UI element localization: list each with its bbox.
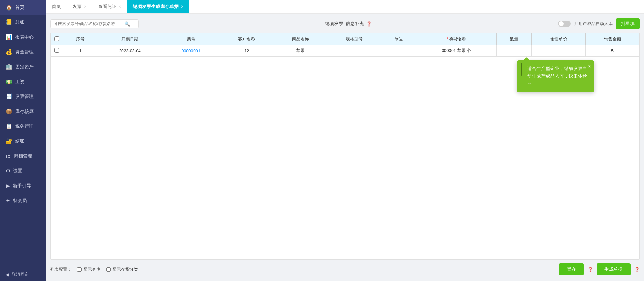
search-icon: 🔍 bbox=[124, 21, 130, 27]
row-checkbox-cell bbox=[51, 45, 63, 57]
show-warehouse-label: 显示仓库 bbox=[84, 266, 100, 273]
show-warehouse-checkbox[interactable]: 显示仓库 bbox=[77, 266, 100, 273]
col-header-date: 开票日期 bbox=[98, 33, 162, 45]
sidebar-item-tax[interactable]: 📋 税务管理 bbox=[0, 119, 46, 134]
row-product: 苹果 bbox=[274, 45, 327, 57]
show-inventory-category-input[interactable] bbox=[106, 267, 111, 272]
tab-invoice-close[interactable]: × bbox=[84, 4, 86, 9]
tab-voucher-label: 查看凭证 bbox=[98, 4, 116, 10]
tab-voucher[interactable]: 查看凭证 × bbox=[92, 0, 127, 13]
tab-sales-inventory[interactable]: 销项发票生成库存单据 × bbox=[127, 0, 189, 13]
tab-home[interactable]: 首页 bbox=[46, 0, 67, 13]
auto-warehouse-toggle[interactable] bbox=[558, 21, 571, 27]
sidebar-item-home[interactable]: 🏠 首页 bbox=[0, 0, 46, 15]
header-info-help-icon[interactable]: ❓ bbox=[366, 21, 372, 27]
sidebar-item-capital[interactable]: 💰 资金管理 bbox=[0, 45, 46, 59]
undo-fixed-button[interactable]: ◀ 取消固定 bbox=[0, 268, 46, 281]
fixed-icon: 🏢 bbox=[6, 64, 12, 70]
table-row: 1 2023-03-04 00000001 12 苹果 000001 苹果 个 … bbox=[51, 45, 639, 57]
sidebar-item-report[interactable]: 📊 报表中心 bbox=[0, 30, 46, 45]
sidebar-bottom: ◀ 取消固定 bbox=[0, 268, 46, 281]
sidebar-item-guide[interactable]: ▶ 新手引导 bbox=[0, 178, 46, 193]
select-all-checkbox[interactable] bbox=[54, 36, 59, 41]
member-icon: ✦ bbox=[6, 197, 10, 204]
col-header-unit: 单位 bbox=[381, 33, 416, 45]
batch-fill-button[interactable]: 批量填 bbox=[616, 18, 640, 29]
bottom-actions: 暂存 ❓ 生成单据 ❓ bbox=[559, 263, 640, 275]
home-icon: 🏠 bbox=[6, 4, 12, 11]
col-header-seq: 序号 bbox=[63, 33, 98, 45]
archive-icon: 🗂 bbox=[6, 153, 11, 159]
settings-icon: ⚙ bbox=[6, 168, 10, 174]
sidebar-item-archive[interactable]: 🗂 归档管理 bbox=[0, 149, 46, 164]
sidebar-item-ledger-label: 总账 bbox=[15, 19, 24, 25]
tab-sales-inventory-label: 销项发票生成库存单据 bbox=[133, 4, 179, 10]
sidebar-item-ledger[interactable]: 📒 总账 bbox=[0, 15, 46, 30]
search-input[interactable] bbox=[53, 21, 124, 26]
sidebar-item-settings-label: 设置 bbox=[13, 168, 22, 174]
header-info-label: 销项发票_信息补充 bbox=[325, 21, 364, 27]
row-spec bbox=[327, 45, 381, 57]
generate-button[interactable]: 生成单据 bbox=[597, 263, 631, 275]
undo-fixed-icon: ◀ bbox=[6, 272, 9, 277]
generate-help-icon[interactable]: ❓ bbox=[634, 267, 640, 272]
col-header-customer: 客户名称 bbox=[220, 33, 274, 45]
sidebar-item-salary[interactable]: 💵 工资 bbox=[0, 74, 46, 89]
tab-voucher-close[interactable]: × bbox=[119, 4, 121, 9]
bottom-checkbox-group: 显示仓库 显示存货分类 bbox=[77, 266, 138, 273]
show-inventory-category-label: 显示存货分类 bbox=[113, 266, 138, 273]
sidebar: 🏠 首页 📒 总账 📊 报表中心 💰 资金管理 🏢 固定资产 💵 工资 🧾 发票… bbox=[0, 0, 46, 281]
tab-bar: 首页 发票 × 查看凭证 × 销项发票生成库存单据 × bbox=[46, 0, 644, 14]
guide-icon: ▶ bbox=[6, 183, 10, 189]
sidebar-item-report-label: 报表中心 bbox=[15, 34, 34, 40]
search-box[interactable]: 🔍 bbox=[50, 19, 139, 28]
sidebar-item-tax-label: 税务管理 bbox=[15, 123, 34, 130]
tab-invoice[interactable]: 发票 × bbox=[67, 0, 92, 13]
row-checkbox[interactable] bbox=[54, 48, 59, 53]
list-config-label: 列表配置： bbox=[50, 266, 71, 273]
tooltip-popup: × 适合生产型企业，销项发票自动生成产成品入库，快来体验～ bbox=[517, 60, 594, 92]
inventory-icon: 📦 bbox=[6, 108, 12, 115]
tax-icon: 📋 bbox=[6, 123, 12, 130]
col-header-amount: 销售金额 bbox=[586, 33, 639, 45]
col-header-quantity: 数量 bbox=[497, 33, 532, 45]
toolbar: 🔍 销项发票_信息补充 ❓ 启用产成品自动入库 批量填 bbox=[50, 18, 640, 29]
sidebar-item-capital-label: 资金管理 bbox=[15, 49, 34, 55]
row-unit bbox=[381, 45, 416, 57]
sidebar-item-inventory[interactable]: 📦 库存核算 bbox=[0, 104, 46, 119]
tab-sales-inventory-close[interactable]: × bbox=[181, 4, 183, 9]
col-header-unit-price: 销售单价 bbox=[532, 33, 586, 45]
save-button[interactable]: 暂存 bbox=[559, 263, 584, 275]
sidebar-item-settle[interactable]: 🔐 结账 bbox=[0, 134, 46, 149]
tooltip-close-button[interactable]: × bbox=[588, 62, 591, 70]
sidebar-item-settings[interactable]: ⚙ 设置 bbox=[0, 164, 46, 178]
sidebar-item-home-label: 首页 bbox=[15, 4, 24, 11]
sidebar-item-guide-label: 新手引导 bbox=[13, 183, 31, 189]
col-header-ticket-no: 票号 bbox=[162, 33, 220, 45]
row-customer: 12 bbox=[220, 45, 274, 57]
header-info: 销项发票_信息补充 ❓ bbox=[142, 21, 554, 27]
bottom-bar: 列表配置： 显示仓库 显示存货分类 暂存 ❓ 生成单据 ❓ bbox=[50, 260, 640, 277]
toggle-thumb bbox=[559, 21, 564, 26]
sidebar-item-inventory-label: 库存核算 bbox=[15, 108, 34, 115]
tab-home-label: 首页 bbox=[52, 4, 61, 10]
save-help-icon[interactable]: ❓ bbox=[587, 267, 593, 272]
sidebar-item-invoice[interactable]: 🧾 发票管理 bbox=[0, 89, 46, 104]
tooltip-text: 适合生产型企业，销项发票自动生成产成品入库，快来体验～ bbox=[522, 65, 589, 87]
sidebar-item-settle-label: 结账 bbox=[15, 138, 24, 144]
show-inventory-category-checkbox[interactable]: 显示存货分类 bbox=[106, 266, 138, 273]
show-warehouse-input[interactable] bbox=[77, 267, 82, 272]
row-seq: 1 bbox=[63, 45, 98, 57]
col-header-spec: 规格型号 bbox=[327, 33, 381, 45]
salary-icon: 💵 bbox=[6, 79, 12, 85]
row-amount: 5 bbox=[586, 45, 639, 57]
sidebar-item-member-label: 畅会员 bbox=[13, 197, 27, 204]
row-quantity bbox=[497, 45, 532, 57]
ledger-icon: 📒 bbox=[6, 19, 12, 25]
toolbar-right: 启用产成品自动入库 批量填 bbox=[558, 18, 640, 29]
sidebar-item-member[interactable]: ✦ 畅会员 bbox=[0, 193, 46, 208]
row-ticket-no[interactable]: 00000001 bbox=[162, 45, 220, 57]
invoice-icon: 🧾 bbox=[6, 93, 12, 100]
sidebar-item-fixed[interactable]: 🏢 固定资产 bbox=[0, 59, 46, 74]
toggle-track bbox=[558, 21, 571, 27]
